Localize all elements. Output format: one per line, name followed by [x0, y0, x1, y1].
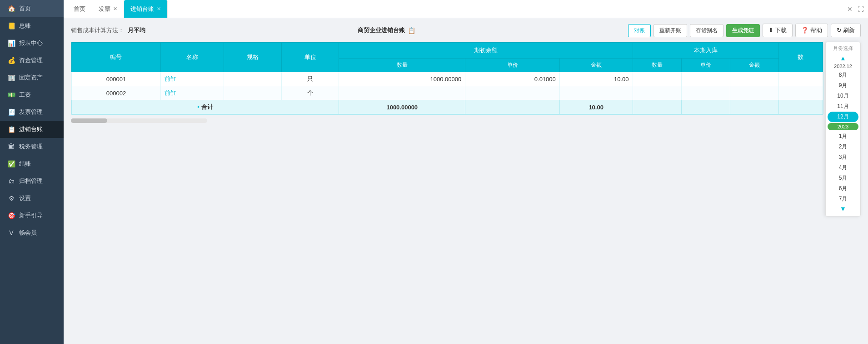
- month-11[interactable]: 11月: [828, 101, 858, 112]
- fund-management-icon: 💰: [7, 57, 15, 64]
- content-area: 销售成本计算方法： 月平均 商贸企业进销台账 📋 对账 重新开账 存货别名 生成…: [64, 18, 868, 344]
- cell-inbound-price: [681, 86, 730, 100]
- month-10[interactable]: 10月: [828, 91, 858, 101]
- cell-inbound-amount: [730, 72, 778, 86]
- generate-voucher-button[interactable]: 生成凭证: [726, 24, 760, 37]
- action-buttons: 对账 重新开账 存货别名 生成凭证 ⬇ 下载 ❓ 帮助 ↻ 刷新: [628, 24, 861, 37]
- scroll-thumb[interactable]: [71, 118, 107, 123]
- sidebar-item-purchase-sales[interactable]: 📋进销台账: [0, 121, 64, 138]
- table-body: 000001 前缸 只 1000.00000 0.01000 10.00 000…: [72, 72, 823, 114]
- sidebar-item-fund-management[interactable]: 💰资金管理: [0, 52, 64, 69]
- table-header-row-1: 编号 名称 规格 单位 期初余额 本期入库 数: [72, 43, 823, 59]
- col-spec: 规格: [224, 43, 281, 72]
- cell-unit: 只: [281, 72, 339, 86]
- total-opening-qty: 1000.00000: [339, 100, 465, 114]
- month-up-arrow[interactable]: ▲: [839, 54, 847, 63]
- sidebar-item-guide[interactable]: 🎯新手引导: [0, 207, 64, 224]
- page-title: 商贸企业进销台账 📋: [145, 26, 628, 34]
- col-inbound: 本期入库: [633, 43, 778, 59]
- month-5[interactable]: 5月: [828, 173, 858, 183]
- col-inbound-amount: 金额: [730, 59, 778, 72]
- month-7[interactable]: 7月: [828, 194, 858, 204]
- cell-extra: [778, 86, 823, 100]
- sidebar-item-vip[interactable]: V畅会员: [0, 224, 64, 241]
- sidebar-item-label: 首页: [19, 5, 31, 13]
- col-extra: 数: [778, 43, 823, 72]
- main-area: 首页发票✕进销台账✕ ✕ ⛶ 销售成本计算方法： 月平均 商贸企业进销台账 📋 …: [64, 0, 868, 344]
- sidebar-item-fixed-assets[interactable]: 🏢固定资产: [0, 69, 64, 86]
- month-down-arrow[interactable]: ▼: [839, 204, 847, 213]
- save-alias-button[interactable]: 存货别名: [690, 24, 723, 37]
- total-inbound-qty: [633, 100, 681, 114]
- month-2[interactable]: 2月: [828, 142, 858, 152]
- report-center-icon: 📊: [7, 39, 15, 47]
- sidebar-item-payroll[interactable]: 💵工资: [0, 86, 64, 103]
- close-window-button[interactable]: ✕: [846, 5, 853, 13]
- tab-label: 首页: [74, 5, 85, 13]
- cell-spec: [224, 86, 281, 100]
- cell-unit: 个: [281, 86, 339, 100]
- month-12[interactable]: 12月: [828, 112, 858, 122]
- sidebar-item-archive-management[interactable]: 🗂归档管理: [0, 172, 64, 190]
- reopen-button[interactable]: 重新开账: [653, 24, 687, 37]
- horizontal-scrollbar[interactable]: [71, 118, 207, 123]
- month-panel-title: 月份选择: [833, 45, 853, 52]
- cell-inbound-qty: [633, 72, 681, 86]
- table-row: 000002 前缸 个: [72, 86, 823, 100]
- sidebar-item-tax-management[interactable]: 🏛税务管理: [0, 138, 64, 155]
- total-inbound-amount: [730, 100, 778, 114]
- total-label: ▪合计: [72, 100, 339, 114]
- total-extra: [778, 100, 823, 114]
- reconcile-button[interactable]: 对账: [628, 24, 651, 37]
- settlement-icon: ✅: [7, 160, 15, 167]
- sidebar-item-label: 工资: [19, 91, 31, 99]
- ledger-table: 编号 名称 规格 单位 期初余额 本期入库 数 数量 单价 金额 数: [71, 42, 823, 114]
- sidebar-item-label: 固定资产: [19, 74, 43, 82]
- sidebar-item-home[interactable]: 🏠首页: [0, 0, 64, 17]
- cell-inbound-qty: [633, 86, 681, 100]
- col-opening-qty: 数量: [339, 59, 465, 72]
- sidebar-item-label: 发票管理: [19, 108, 43, 116]
- tab-close-btn[interactable]: ✕: [113, 6, 117, 12]
- cell-opening-qty: [339, 86, 465, 100]
- refresh-button[interactable]: ↻ 刷新: [831, 24, 861, 37]
- total-inbound-price: [681, 100, 730, 114]
- tab-purchase-sales-tab[interactable]: 进销台账✕: [124, 0, 168, 18]
- tab-invoice-tab[interactable]: 发票✕: [92, 0, 124, 18]
- month-3[interactable]: 3月: [828, 152, 858, 162]
- payroll-icon: 💵: [7, 91, 15, 98]
- top-bar: 销售成本计算方法： 月平均 商贸企业进销台账 📋 对账 重新开账 存货别名 生成…: [71, 24, 861, 37]
- sidebar-item-settings[interactable]: ⚙设置: [0, 190, 64, 207]
- general-ledger-icon: 📒: [7, 22, 15, 29]
- fixed-assets-icon: 🏢: [7, 74, 15, 81]
- cost-method-label: 销售成本计算方法： 月平均: [71, 26, 145, 34]
- month-8[interactable]: 8月: [828, 70, 858, 80]
- sidebar-item-settlement[interactable]: ✅结账: [0, 155, 64, 172]
- col-name: 名称: [160, 43, 224, 72]
- col-inbound-price: 单价: [681, 59, 730, 72]
- total-opening-price: [465, 100, 560, 114]
- month-1[interactable]: 1月: [828, 131, 858, 142]
- sidebar-item-report-center[interactable]: 📊报表中心: [0, 34, 64, 52]
- sidebar-item-label: 总账: [19, 22, 31, 30]
- tabs-bar: 首页发票✕进销台账✕ ✕ ⛶: [64, 0, 868, 18]
- download-button[interactable]: ⬇ 下载: [763, 24, 793, 37]
- sidebar-item-label: 资金管理: [19, 56, 43, 64]
- help-button[interactable]: ❓ 帮助: [795, 24, 828, 37]
- month-9[interactable]: 9月: [828, 80, 858, 91]
- cell-opening-price: [465, 86, 560, 100]
- archive-management-icon: 🗂: [7, 177, 15, 185]
- tab-close-btn[interactable]: ✕: [157, 6, 161, 12]
- info-icon[interactable]: 📋: [408, 27, 415, 34]
- month-4[interactable]: 4月: [828, 162, 858, 173]
- sidebar-item-invoice-management[interactable]: 🧾发票管理: [0, 103, 64, 121]
- tab-home-tab[interactable]: 首页: [67, 0, 92, 18]
- sidebar-item-label: 新手引导: [19, 211, 43, 220]
- maximize-window-button[interactable]: ⛶: [857, 5, 864, 13]
- col-opening-amount: 金额: [559, 59, 633, 72]
- sidebar-item-label: 进销台账: [19, 125, 43, 133]
- home-icon: 🏠: [7, 5, 15, 12]
- sidebar-item-general-ledger[interactable]: 📒总账: [0, 17, 64, 34]
- col-inbound-qty: 数量: [633, 59, 681, 72]
- month-6[interactable]: 6月: [828, 183, 858, 194]
